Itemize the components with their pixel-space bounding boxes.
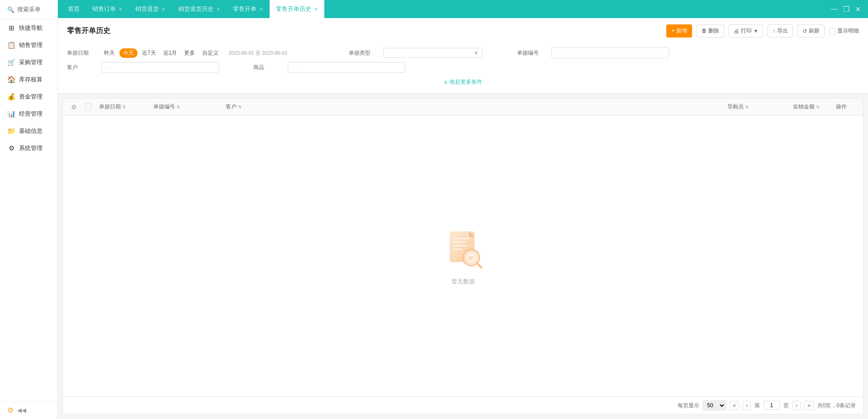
- collapse-filter-row[interactable]: ∧ 收起更多条件: [67, 76, 859, 89]
- th-guide-sort-icon: ⇅: [745, 104, 749, 109]
- date-btn-7days[interactable]: 近7天: [139, 48, 159, 58]
- delete-button[interactable]: 🗑 删除: [697, 24, 724, 38]
- page-unit: 页: [783, 402, 789, 410]
- filter-row-2: 客户 … 商品 …: [67, 62, 859, 73]
- add-button[interactable]: + 新增: [666, 24, 692, 38]
- display-detail-checkbox[interactable]: [829, 28, 835, 34]
- order-type-arrow-icon: ▼: [474, 50, 479, 56]
- filter-date-buttons: 昨天 今天 近7天 近1月 更多 自定义: [101, 48, 221, 58]
- tab-bar: 首页 销售订单 ✕ 销货退货 ✕ 销货退货历史 ✕ 零售开单 ✕ 零售开单历史 …: [58, 0, 868, 18]
- next-page-button[interactable]: ›: [792, 401, 801, 410]
- print-button[interactable]: 🖨 打印 ▼: [729, 24, 763, 38]
- tab-retail-open[interactable]: 零售开单 ✕: [227, 0, 270, 18]
- svg-line-7: [477, 263, 481, 268]
- customer-input[interactable]: …: [101, 62, 219, 73]
- th-customer[interactable]: 客户 ⇅: [222, 103, 724, 111]
- restore-button[interactable]: ❐: [843, 5, 849, 14]
- close-button[interactable]: ✕: [855, 5, 861, 14]
- sidebar-item-label: 库存核算: [19, 75, 43, 84]
- th-amount[interactable]: 实销金额 ⇅: [778, 103, 823, 111]
- tab-sales-return[interactable]: 销货退货 ✕: [129, 0, 172, 18]
- prev-page-button[interactable]: ‹: [743, 401, 751, 410]
- th-date[interactable]: 单据日期 ⇅: [95, 103, 150, 111]
- sidebar-item-system-mgmt[interactable]: ⚙ 系统管理: [0, 140, 57, 157]
- sidebar: 🔍 搜索采单 ⊞ 快捷导航 📋 销售管理 🛒 采购管理 🏠 库存核算 💰 资金管…: [0, 0, 58, 419]
- operations-icon: 📊: [7, 110, 15, 118]
- print-icon: 🖨: [734, 28, 739, 34]
- th-order-no-label: 单据编号: [153, 103, 175, 111]
- table-select-all-checkbox[interactable]: [81, 103, 95, 111]
- tab-sales-return-history-close[interactable]: ✕: [216, 6, 220, 12]
- filter-row-1: 单据日期 昨天 今天 近7天 近1月 更多 自定义 2023-06-02 至 2…: [67, 47, 859, 58]
- window-controls: — ❐ ✕: [830, 5, 864, 14]
- page-size-select[interactable]: 50 10 20 100: [703, 400, 726, 410]
- sidebar-item-label: 销售管理: [19, 41, 43, 49]
- date-btn-more[interactable]: 更多: [181, 48, 198, 58]
- svg-rect-9: [469, 259, 472, 259]
- sidebar-item-finance[interactable]: 💰 资金管理: [0, 88, 57, 105]
- refresh-label: 刷新: [809, 27, 820, 35]
- tab-sales-return-close[interactable]: ✕: [161, 6, 166, 12]
- system-mgmt-icon: ⚙: [7, 144, 15, 152]
- sidebar-item-operations[interactable]: 📊 经营管理: [0, 105, 57, 122]
- date-filter-label: 单据日期: [67, 49, 94, 57]
- th-order-no[interactable]: 单据编号 ⇅: [150, 103, 222, 111]
- settings-bottom-icon[interactable]: ⚙: [7, 406, 14, 414]
- sidebar-item-label: 资金管理: [19, 93, 43, 101]
- order-type-select[interactable]: ▼: [383, 48, 483, 58]
- sidebar-search[interactable]: 🔍 搜索采单: [0, 0, 57, 19]
- page-number-input[interactable]: [764, 401, 780, 410]
- display-detail-label: 显示明细: [837, 27, 859, 35]
- table-area: ⚙ 单据日期 ⇅ 单据编号 ⇅ 客户 ⇅ 导购员 ⇅: [62, 98, 863, 397]
- tab-home[interactable]: 首页: [62, 5, 86, 13]
- order-no-input[interactable]: [551, 47, 669, 58]
- sidebar-item-label: 基础信息: [19, 127, 43, 135]
- th-date-sort-icon: ⇅: [122, 104, 126, 109]
- first-page-button[interactable]: «: [730, 401, 739, 410]
- date-btn-custom[interactable]: 自定义: [199, 48, 221, 58]
- sidebar-item-inventory[interactable]: 🏠 库存核算: [0, 71, 57, 88]
- export-button[interactable]: ↑ 导出: [768, 24, 793, 38]
- sidebar-item-purchase-mgmt[interactable]: 🛒 采购管理: [0, 54, 57, 71]
- print-label: 打印: [741, 27, 752, 35]
- collapse-sidebar-icon[interactable]: ◀◀: [17, 407, 26, 414]
- th-guide-label: 导购员: [727, 103, 744, 111]
- display-detail[interactable]: 显示明细: [829, 27, 859, 35]
- main-area: 首页 销售订单 ✕ 销货退货 ✕ 销货退货历史 ✕ 零售开单 ✕ 零售开单历史 …: [58, 0, 868, 419]
- th-guide[interactable]: 导购员 ⇅: [724, 103, 778, 111]
- th-customer-label: 客户: [226, 103, 237, 111]
- table-header: ⚙ 单据日期 ⇅ 单据编号 ⇅ 客户 ⇅ 导购员 ⇅: [63, 99, 863, 116]
- empty-text: 暂无数据: [451, 278, 475, 286]
- th-ops-label: 操作: [836, 103, 847, 111]
- date-btn-today[interactable]: 今天: [119, 48, 138, 58]
- refresh-button[interactable]: ↺ 刷新: [797, 24, 825, 38]
- purchase-mgmt-icon: 🛒: [7, 58, 15, 66]
- tab-retail-open-history[interactable]: 零售开单历史 ✕: [270, 0, 324, 18]
- page-title-row: 零售开单历史 + 新增 🗑 删除 🖨 打印 ▼ ↑ 导出 ↺: [67, 24, 859, 38]
- svg-rect-2: [453, 241, 466, 243]
- sidebar-item-label: 采购管理: [19, 58, 43, 66]
- svg-rect-4: [453, 249, 462, 250]
- sidebar-item-quick-nav[interactable]: ⊞ 快捷导航: [0, 19, 57, 37]
- page-word: 第: [754, 402, 760, 410]
- svg-rect-8: [469, 257, 474, 258]
- tab-home-label: 首页: [68, 5, 80, 12]
- sidebar-item-base-info[interactable]: 📁 基础信息: [0, 122, 57, 140]
- search-icon: 🔍: [7, 6, 14, 13]
- last-page-button[interactable]: »: [804, 401, 814, 410]
- tab-retail-open-close[interactable]: ✕: [259, 6, 263, 12]
- goods-input[interactable]: …: [288, 62, 405, 73]
- tab-sales-return-history[interactable]: 销货退货历史 ✕: [172, 0, 227, 18]
- date-btn-1month[interactable]: 近1月: [161, 48, 180, 58]
- date-btn-yesterday[interactable]: 昨天: [101, 48, 118, 58]
- page-title: 零售开单历史: [67, 26, 110, 36]
- tab-sales-order-close[interactable]: ✕: [119, 6, 123, 12]
- sidebar-search-label: 搜索采单: [17, 5, 41, 14]
- sidebar-item-sales-mgmt[interactable]: 📋 销售管理: [0, 37, 57, 54]
- tab-retail-open-history-close[interactable]: ✕: [314, 6, 318, 12]
- export-icon: ↑: [773, 28, 775, 34]
- minimize-button[interactable]: —: [830, 5, 838, 14]
- table-settings-icon[interactable]: ⚙: [66, 104, 81, 111]
- th-ops: 操作: [823, 103, 859, 111]
- tab-sales-order[interactable]: 销售订单 ✕: [86, 0, 129, 18]
